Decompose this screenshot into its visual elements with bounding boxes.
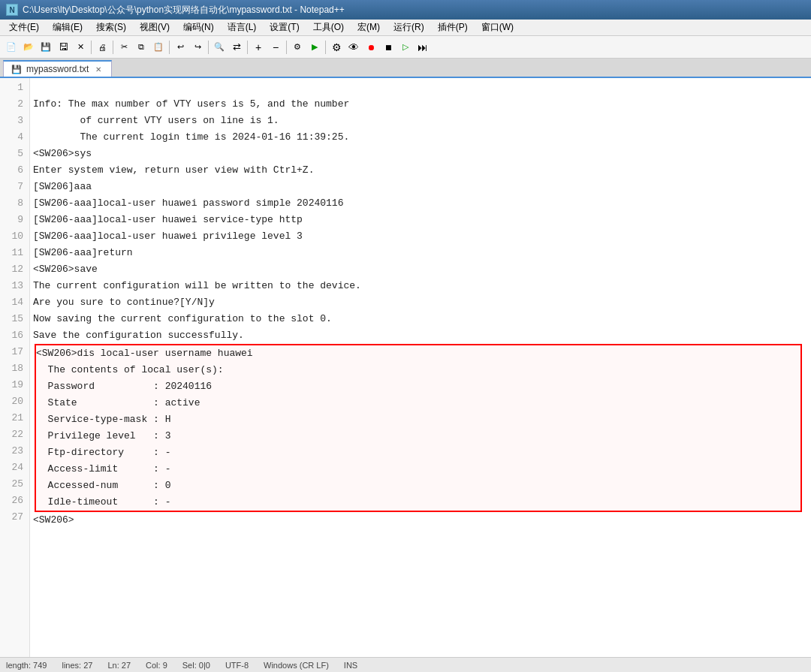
highlighted-section: <SW206>dis local-user username huawei Th… bbox=[35, 344, 802, 512]
settings-button[interactable]: ⚙ bbox=[328, 39, 345, 56]
status-lines: lines: 27 bbox=[62, 661, 92, 670]
code-content[interactable]: Info: The max number of VTY users is 5, … bbox=[30, 78, 811, 657]
replace-button[interactable]: ⇄ bbox=[228, 39, 245, 56]
paste-button[interactable]: 📋 bbox=[150, 39, 167, 56]
line-number: 4 bbox=[3, 129, 23, 146]
status-length: length: 749 bbox=[6, 661, 47, 670]
next-button[interactable]: ⏭ bbox=[415, 39, 431, 56]
code-line: Privilege level : 3 bbox=[36, 428, 800, 444]
line-number: 16 bbox=[3, 327, 23, 344]
code-line: The current login time is 2024-01-16 11:… bbox=[33, 129, 808, 146]
line-number: 25 bbox=[3, 476, 23, 493]
line-number: 3 bbox=[3, 113, 23, 129]
menu-plugins[interactable]: 插件(P) bbox=[432, 20, 474, 35]
code-line: Save the configuration successfully. bbox=[33, 327, 808, 344]
tab-bar: 💾 mypassword.txt ✕ bbox=[0, 59, 811, 78]
menu-view[interactable]: 视图(V) bbox=[134, 20, 176, 35]
menu-file[interactable]: 文件(E) bbox=[3, 20, 45, 35]
tab-close-button[interactable]: ✕ bbox=[93, 64, 104, 74]
status-ins: INS bbox=[344, 661, 357, 670]
menu-search[interactable]: 搜索(S) bbox=[90, 20, 132, 35]
line-numbers: 1234567891011121314151617181920212223242… bbox=[0, 78, 30, 657]
code-line: of current VTY users on line is 1. bbox=[33, 113, 808, 129]
line-number: 8 bbox=[3, 195, 23, 212]
status-sel: Sel: 0|0 bbox=[182, 661, 210, 670]
line-number: 19 bbox=[3, 377, 23, 393]
line-number: 27 bbox=[3, 509, 23, 526]
code-line: Accessed-num : 0 bbox=[36, 478, 800, 494]
app-icon: N bbox=[6, 4, 18, 16]
copy-button[interactable]: ⧉ bbox=[133, 39, 149, 56]
line-number: 21 bbox=[3, 410, 23, 426]
code-line: [SW206-aaa]local-user huawei service-typ… bbox=[33, 212, 808, 228]
menu-run[interactable]: 运行(R) bbox=[387, 20, 430, 35]
menu-bar: 文件(E) 编辑(E) 搜索(S) 视图(V) 编码(N) 语言(L) 设置(T… bbox=[0, 20, 811, 36]
code-line: [SW206-aaa]return bbox=[33, 245, 808, 261]
line-number: 6 bbox=[3, 162, 23, 179]
status-ln: Ln: 27 bbox=[107, 661, 131, 670]
line-number: 13 bbox=[3, 278, 23, 294]
close-file-button[interactable]: ✕ bbox=[72, 39, 89, 56]
code-line: The current configuration will be writte… bbox=[33, 278, 808, 294]
line-number: 20 bbox=[3, 393, 23, 410]
code-line: [SW206-aaa]local-user huawei privilege l… bbox=[33, 228, 808, 245]
zoom-out-button[interactable]: − bbox=[267, 39, 284, 56]
toolbar-separator-4 bbox=[208, 41, 209, 54]
undo-button[interactable]: ↩ bbox=[172, 39, 188, 56]
line-number: 18 bbox=[3, 360, 23, 377]
code-line: [SW206-aaa]local-user huawei password si… bbox=[33, 195, 808, 212]
menu-settings[interactable]: 设置(T) bbox=[264, 20, 305, 35]
line-number: 1 bbox=[3, 80, 23, 96]
save-file-button[interactable]: 💾 bbox=[38, 39, 54, 56]
toolbar: 📄 📂 💾 🖫 ✕ 🖨 ✂ ⧉ 📋 ↩ ↪ 🔍 ⇄ + − ⚙ ▶ ⚙ 👁 ⏺ … bbox=[0, 36, 811, 59]
line-number: 11 bbox=[3, 245, 23, 261]
line-number: 2 bbox=[3, 96, 23, 113]
menu-macro[interactable]: 宏(M) bbox=[351, 20, 386, 35]
eye-button[interactable]: 👁 bbox=[345, 39, 362, 56]
toolbar-separator-5 bbox=[247, 41, 248, 54]
menu-edit[interactable]: 编辑(E) bbox=[47, 20, 89, 35]
stop-button[interactable]: ⏹ bbox=[380, 39, 396, 56]
code-line: The contents of local user(s): bbox=[36, 362, 800, 378]
line-number: 7 bbox=[3, 179, 23, 195]
print-button[interactable]: 🖨 bbox=[94, 39, 110, 56]
line-number: 9 bbox=[3, 212, 23, 228]
tab-mypassword[interactable]: 💾 mypassword.txt ✕ bbox=[3, 60, 112, 77]
editor: 1234567891011121314151617181920212223242… bbox=[0, 78, 811, 657]
find-button[interactable]: 🔍 bbox=[211, 39, 228, 56]
code-line: State : active bbox=[36, 395, 800, 411]
code-line: [SW206]aaa bbox=[33, 179, 808, 195]
play-button[interactable]: ▷ bbox=[397, 39, 414, 56]
title-bar: N C:\Users\lty\Desktop\公众号\python实现网络自动化… bbox=[0, 0, 811, 20]
line-number: 15 bbox=[3, 311, 23, 327]
redo-button[interactable]: ↪ bbox=[189, 39, 206, 56]
run-button[interactable]: ▶ bbox=[306, 39, 323, 56]
line-number: 5 bbox=[3, 146, 23, 162]
code-line: Are you sure to continue?[Y/N]y bbox=[33, 294, 808, 311]
line-number: 26 bbox=[3, 493, 23, 509]
cut-button[interactable]: ✂ bbox=[116, 39, 132, 56]
code-line: <SW206>dis local-user username huawei bbox=[36, 345, 800, 362]
code-line bbox=[33, 80, 808, 96]
toolbar-separator-6 bbox=[286, 41, 287, 54]
tab-label: mypassword.txt bbox=[26, 64, 89, 74]
code-line: <SW206>save bbox=[33, 261, 808, 278]
menu-encoding[interactable]: 编码(N) bbox=[177, 20, 220, 35]
open-file-button[interactable]: 📂 bbox=[20, 39, 37, 56]
code-line: Ftp-directory : - bbox=[36, 444, 800, 461]
status-encoding: UTF-8 bbox=[225, 661, 249, 670]
zoom-in-button[interactable]: + bbox=[250, 39, 267, 56]
menu-window[interactable]: 窗口(W) bbox=[475, 20, 520, 35]
macro-button[interactable]: ⚙ bbox=[289, 39, 306, 56]
code-line: Password : 20240116 bbox=[36, 378, 800, 395]
status-col: Col: 9 bbox=[146, 661, 167, 670]
save-all-button[interactable]: 🖫 bbox=[55, 39, 71, 56]
menu-language[interactable]: 语言(L) bbox=[222, 20, 263, 35]
toolbar-separator-2 bbox=[113, 41, 113, 54]
new-file-button[interactable]: 📄 bbox=[3, 39, 20, 56]
menu-tools[interactable]: 工具(O) bbox=[307, 20, 350, 35]
record-button[interactable]: ⏺ bbox=[363, 39, 379, 56]
code-line: <SW206> bbox=[33, 512, 808, 529]
code-line: <SW206>sys bbox=[33, 146, 808, 162]
title-bar-text: C:\Users\lty\Desktop\公众号\python实现网络自动化\m… bbox=[23, 4, 345, 17]
